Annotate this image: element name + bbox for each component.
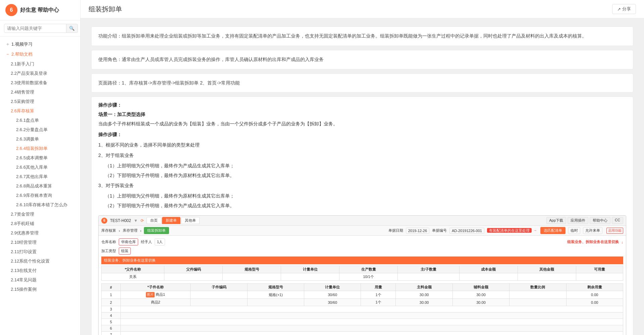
sidebar-subitem-2-6-6[interactable]: 2.6.6其他入库单 [0, 163, 80, 172]
sc-cell [164, 273, 223, 281]
sc-cell [509, 291, 566, 299]
sc-th-child-code: 子件编码 [191, 284, 247, 291]
sidebar-subitem-2-5[interactable]: 2.5采购管理 [0, 97, 80, 106]
sidebar-subitem-2-2[interactable]: 2.2产品安装及登录 [0, 69, 80, 78]
sc-th-usage: 用量 [361, 284, 396, 291]
step2: 2、对于组装业务 [98, 151, 626, 160]
sc-warehouse-label: 仓库名称 [101, 239, 116, 244]
sidebar-subitem-2-1[interactable]: 2.1新手入门 [0, 59, 80, 69]
sc-date-label: 单据日期 [388, 228, 403, 233]
sc-cell: 30/60 [304, 291, 361, 299]
topbar: 组装拆卸单 ↗ 分享 [80, 0, 644, 18]
sc-system-id: TEST-H002 [110, 218, 131, 223]
sidebar-subitem-2-6-5[interactable]: 2.6.5成本调整单 [0, 153, 80, 163]
sc-nav-arrow2: › [140, 229, 142, 233]
sc-cell: 7 [102, 332, 121, 335]
sc-nav-pills: App下载 应用插件 帮助中心 CC [546, 217, 623, 224]
sc-tab-home[interactable]: 自页 [147, 217, 161, 224]
sidebar-item-videos[interactable]: ＋ 1.视频学习 [0, 39, 80, 49]
sc-btn-match[interactable]: 选匹配清单 [540, 227, 566, 234]
sidebar-subitem-2-6-2[interactable]: 2.6.2分量盘点单 [0, 125, 80, 134]
sc-form-row: 仓库名称 华南仓库 经手人 1人 组装业务、拆卸业务在这里切换 ↓ [101, 238, 623, 245]
screenshot: 6 TEST-H002 ▼ ⟳ 自页 新建单 其他单 App下载 应用插件 帮助… [98, 215, 626, 335]
sc-tab-other[interactable]: 其他单 [181, 217, 200, 224]
scenario-title: 场景一：加工类型选择 [98, 112, 626, 118]
sidebar-subitem-2-3[interactable]: 2.3使用前数据准备 [0, 78, 80, 88]
share-button[interactable]: ↗ 分享 [612, 4, 636, 14]
sidebar-subitem-2-15[interactable]: 2.15操作案例 [0, 285, 80, 294]
logo-icon: 6 [5, 4, 17, 16]
sc-cell [120, 313, 623, 319]
sc-arrow-annotation: → [533, 228, 537, 232]
sc-nav-assembly[interactable]: 组装拆卸单 [144, 227, 169, 234]
sc-cell [120, 325, 623, 332]
sidebar-header: 6 好生意 帮助中心 [0, 0, 80, 20]
sc-cell [459, 273, 518, 281]
sidebar-subitem-2-4[interactable]: 2.4销售管理 [0, 88, 80, 97]
step3-sub2: （2）下部明细为子件明细，最终作为产成品生成其它入库单。 [98, 202, 626, 210]
sidebar-subitem-2-11[interactable]: 2.11打印设置 [0, 247, 80, 257]
sidebar-item-docs[interactable]: － 2.帮助文档 [0, 49, 80, 59]
step1: 1、根据不同的业务，选择不同单据的类型来处理 [98, 141, 626, 149]
sc-th-other-amt: 其他金额 [518, 266, 576, 273]
nav-tree: ＋ 1.视频学习 － 2.帮助文档 2.1新手入门 2.2产品安装及登录 2.3… [0, 37, 80, 335]
sc-cell: 5 [102, 319, 121, 325]
sc-cell: 1个 [361, 291, 396, 299]
sidebar-subitem-2-6-9[interactable]: 2.6.9库存账本查询 [0, 191, 80, 200]
search-bar: 🔍 [0, 20, 80, 37]
sc-down-arrow: ↓ [622, 240, 624, 244]
sc-cell: 1 [102, 291, 121, 299]
sidebar-subitem-2-6-8[interactable]: 2.6.8商品成本重算 [0, 181, 80, 191]
sc-th-sub-qty: 主/子数量 [398, 266, 459, 273]
sidebar-subitem-2-6-4[interactable]: 2.6.4组装拆卸单 [0, 144, 80, 153]
sidebar-subitem-2-14[interactable]: 2.14常见问题 [0, 275, 80, 285]
sidebar-subitem-2-7[interactable]: 2.7资金管理 [0, 210, 80, 219]
sc-cell: 1个 [361, 299, 396, 306]
sidebar-subitem-2-6-7[interactable]: 2.6.7其他出库单 [0, 172, 80, 181]
sc-body: 仓库名称 华南仓库 经手人 1人 组装业务、拆卸业务在这里切换 ↓ 加工类型 组… [99, 236, 626, 335]
sc-th-cost: 成本金额 [459, 266, 518, 273]
sc-th-parent-code: 父件编码 [164, 266, 223, 273]
share-icon: ↗ [617, 7, 621, 12]
content-area: 功能介绍：组装拆卸单用来处理企业组装或拆卸等加工业务，支持有固定装配清单的产品加… [80, 18, 644, 335]
sc-th-produce-qty: 生产数量 [339, 266, 398, 273]
sidebar-item-label: 1.视频学习 [11, 41, 33, 47]
sidebar-subitem-2-6-3[interactable]: 2.6.3调拨单 [0, 134, 80, 144]
sc-btn-allow[interactable]: 允许来单 [583, 227, 602, 234]
sidebar-subitem-2-6[interactable]: 2.6库存核算 [0, 106, 80, 116]
sc-th-child-spec: 规格型号 [247, 284, 304, 291]
sidebar-subitem-2-9[interactable]: 2.9优惠券管理 [0, 228, 80, 238]
sc-btn-temp[interactable]: 临时 [568, 227, 580, 234]
sidebar-subitem-2-8[interactable]: 2.8手机旺铺 [0, 219, 80, 228]
sidebar-subitem-2-12[interactable]: 2.12系统个性化设置 [0, 257, 80, 266]
intro-card: 功能介绍：组装拆卸单用来处理企业组装或拆卸等加工业务，支持有固定装配清单的产品加… [91, 26, 633, 46]
sc-cell: 10/1个 [339, 273, 398, 281]
sc-cell [120, 319, 623, 325]
sidebar-subitem-2-10[interactable]: 2.10经营管理 [0, 238, 80, 247]
sidebar: 6 好生意 帮助中心 🔍 ＋ 1.视频学习 － 2.帮助文档 2.1新手入门 2… [0, 0, 80, 335]
sidebar-subitem-2-6-1[interactable]: 2.6.1盘点单 [0, 116, 80, 125]
sc-th-spec: 规格型号 [223, 266, 281, 273]
search-input[interactable] [4, 24, 66, 33]
sc-tab-new[interactable]: 新建单 [162, 217, 180, 224]
sc-nav-app: App下载 [546, 217, 567, 224]
sc-enable-label: 启用功能 [606, 228, 623, 234]
sidebar-subitem-2-6-10[interactable]: 2.6.10库存账本错了怎么办 [0, 200, 80, 210]
sc-logo-icon: 6 [101, 218, 107, 224]
sc-cell: 关系 [102, 273, 164, 281]
page-title: 组装拆卸单 [89, 5, 122, 14]
sc-nav-plugin: 应用插件 [568, 217, 588, 224]
sc-nav-cc: CC [612, 217, 623, 224]
sc-th-idx: # [102, 284, 121, 291]
sc-cell [398, 273, 459, 281]
sc-cell [120, 332, 623, 335]
sc-dropdown-icon: ▼ [134, 218, 138, 223]
main-panel: 组装拆卸单 ↗ 分享 功能介绍：组装拆卸单用来处理企业组装或拆卸等加工业务，支持… [80, 0, 644, 335]
sc-cell [281, 273, 339, 281]
plus-icon: ＋ [5, 41, 10, 47]
sc-lower-row-6: 6 [102, 325, 623, 332]
sc-refresh-icon: ⟳ [141, 218, 144, 223]
search-button[interactable]: 🔍 [66, 24, 78, 33]
sc-th-aux-amt: 辅料金额 [452, 284, 509, 291]
sidebar-subitem-2-13[interactable]: 2.13在线支付 [0, 266, 80, 275]
